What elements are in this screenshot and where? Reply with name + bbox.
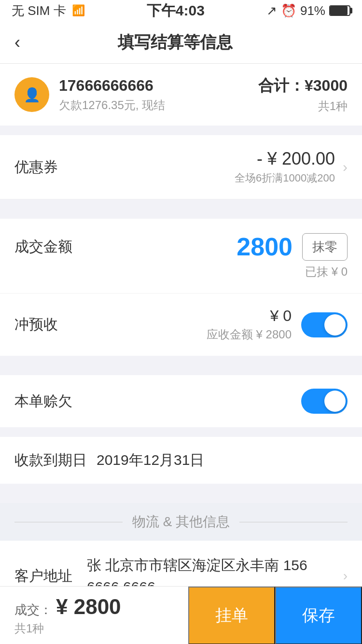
- battery-icon: [329, 5, 350, 16]
- page-title: 填写结算等信息: [30, 31, 320, 54]
- wifi-icon: 📶: [72, 4, 85, 17]
- chevron-right-icon: ›: [343, 568, 348, 584]
- logistics-label: 物流 & 其他信息: [132, 513, 230, 531]
- section-gap-2: [0, 365, 362, 375]
- discount-section: 优惠券 - ¥ 200.00 全场6折满1000减200 ›: [0, 135, 362, 199]
- bottom-transaction-label: 成交：: [14, 602, 52, 618]
- nav-bar: ‹ 填写结算等信息: [0, 21, 362, 64]
- prepay-sub: 应收金额 ¥ 2800: [207, 327, 292, 342]
- bottom-count: 共1种: [14, 621, 174, 636]
- debt-toggle-knob: [324, 391, 346, 412]
- prepay-right: ¥ 0 应收金额 ¥ 2800: [207, 307, 348, 342]
- location-icon: ↗: [266, 3, 277, 18]
- customer-total: 合计：¥3000: [258, 75, 348, 97]
- customer-left: 👤 17666666666 欠款1276.35元, 现结: [14, 77, 165, 113]
- alarm-icon: ⏰: [281, 3, 296, 18]
- customer-info: 17666666666 欠款1276.35元, 现结: [59, 77, 165, 113]
- status-bar: 无 SIM 卡 📶 下午4:03 ↗ ⏰ 91%: [0, 0, 362, 21]
- section-gap-1: [0, 209, 362, 219]
- section-gap-3: [0, 493, 362, 503]
- date-section: 收款到期日 2019年12月31日: [0, 437, 362, 484]
- amount-section: 成交金额 2800 抹零 已抹 ¥ 0: [0, 219, 362, 294]
- avatar: 👤: [14, 77, 49, 112]
- debt-section: 本单赊欠: [0, 375, 362, 427]
- transaction-value: 2800: [237, 232, 292, 261]
- discount-right: - ¥ 200.00 全场6折满1000减200 ›: [235, 149, 348, 185]
- customer-phone: 17666666666: [59, 77, 165, 95]
- due-date-value: 2019年12月31日: [97, 450, 204, 470]
- transaction-sub: 已抹 ¥ 0: [14, 264, 348, 280]
- transaction-label: 成交金额: [14, 237, 72, 257]
- debt-label: 本单赊欠: [14, 392, 72, 411]
- round-zero-button[interactable]: 抹零: [302, 233, 348, 261]
- avatar-icon: 👤: [24, 87, 41, 103]
- prepay-label: 冲预收: [14, 315, 58, 335]
- logistics-line-left: [14, 522, 123, 522]
- discount-detail: 全场6折满1000减200: [235, 171, 335, 185]
- battery-percent: 91%: [300, 3, 325, 18]
- discount-info: - ¥ 200.00 全场6折满1000减200: [235, 149, 335, 185]
- amount-row: 成交金额 2800 抹零: [14, 232, 348, 261]
- discount-amount: - ¥ 200.00: [235, 149, 335, 169]
- customer-debt: 欠款1276.35元, 现结: [59, 98, 165, 113]
- discount-label: 优惠券: [14, 157, 58, 177]
- bottom-info: 成交： ¥ 2800 共1种: [0, 595, 188, 636]
- address-label: 客户地址: [14, 566, 72, 586]
- save-button[interactable]: 保存: [275, 587, 362, 644]
- customer-row: 👤 17666666666 欠款1276.35元, 现结 合计：¥3000 共1…: [0, 64, 362, 126]
- prepay-amount-block: ¥ 0 应收金额 ¥ 2800: [207, 307, 292, 342]
- customer-right: 合计：¥3000 共1种: [258, 75, 348, 114]
- amount-right: 2800 抹零: [237, 232, 348, 261]
- bottom-total-value: ¥ 2800: [56, 595, 121, 619]
- logistics-divider: 物流 & 其他信息: [0, 503, 362, 541]
- prepay-toggle[interactable]: [301, 312, 348, 337]
- prepay-row: 冲预收 ¥ 0 应收金额 ¥ 2800: [14, 307, 348, 342]
- bottom-bar: 成交： ¥ 2800 共1种 挂单 保存: [0, 586, 362, 644]
- toggle-knob: [324, 314, 346, 336]
- transaction-section: 成交金额 2800 抹零 已抹 ¥ 0 冲预收 ¥ 0 应收金额 ¥ 2800: [0, 219, 362, 356]
- customer-count: 共1种: [258, 98, 348, 114]
- back-button[interactable]: ‹: [14, 32, 30, 53]
- pending-button[interactable]: 挂单: [188, 587, 275, 644]
- prepay-section: 冲预收 ¥ 0 应收金额 ¥ 2800: [0, 294, 362, 356]
- chevron-right-icon: ›: [343, 159, 348, 175]
- discount-row[interactable]: 优惠券 - ¥ 200.00 全场6折满1000减200 ›: [0, 135, 362, 199]
- due-date-label: 收款到期日: [14, 450, 87, 470]
- prepay-amount: ¥ 0: [207, 307, 292, 325]
- logistics-line-right: [239, 522, 348, 522]
- sim-signal: 无 SIM 卡: [12, 2, 66, 19]
- status-time: 下午4:03: [147, 1, 205, 21]
- debt-toggle[interactable]: [301, 389, 348, 414]
- status-left: 无 SIM 卡 📶: [12, 2, 85, 19]
- status-right: ↗ ⏰ 91%: [266, 3, 350, 18]
